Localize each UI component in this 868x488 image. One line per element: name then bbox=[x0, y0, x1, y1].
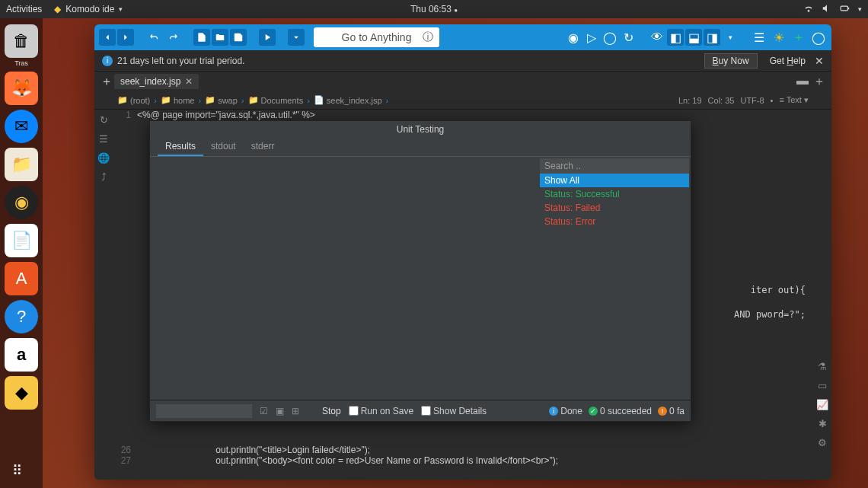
play-macro-icon[interactable]: ▷ bbox=[583, 29, 600, 46]
tab-add-icon[interactable]: ＋ bbox=[813, 74, 825, 90]
komodo-ide-window: Go to Anything ⓘ ◉ ▷ ◯ ↻ 👁 ◧ ⬓ ◨ ▾ ☰ ☀ ＋… bbox=[94, 24, 831, 480]
new-file-button[interactable] bbox=[193, 29, 210, 46]
add-icon[interactable]: ＋ bbox=[790, 29, 807, 46]
open-folder-button[interactable] bbox=[212, 29, 228, 46]
repeat-icon[interactable]: ↻ bbox=[620, 29, 637, 46]
unit-tab-stdout[interactable]: stdout bbox=[203, 138, 244, 156]
redo-button[interactable] bbox=[164, 29, 181, 46]
save-macro-icon[interactable]: ◯ bbox=[602, 29, 618, 46]
nav-forward-button[interactable] bbox=[117, 29, 134, 46]
line-status: Ln: 19 bbox=[678, 96, 702, 105]
volume-icon[interactable] bbox=[822, 3, 832, 16]
dock-files[interactable]: 📁 bbox=[5, 148, 38, 181]
sidebar-gear-icon[interactable]: ⚙ bbox=[818, 437, 827, 448]
dock-thunderbird[interactable]: ✉ bbox=[5, 110, 38, 143]
system-menu-icon[interactable]: ▾ bbox=[858, 5, 862, 13]
bc-documents[interactable]: 📁 Documents bbox=[248, 95, 304, 105]
sidebar-share-icon[interactable]: ⤴ bbox=[101, 171, 107, 183]
done-badge: iDone bbox=[549, 406, 582, 416]
filter-show-all[interactable]: Show All bbox=[540, 174, 689, 187]
right-sidebar: ⚗ ▭ 📈 ✱ ⚙ bbox=[813, 110, 831, 480]
bc-root[interactable]: 📁 (root) bbox=[117, 95, 150, 105]
unit-plus-icon[interactable]: ⊞ bbox=[292, 406, 299, 416]
code-editor[interactable]: 1<%@ page import="java.sql.*,java.util.*… bbox=[113, 110, 813, 480]
filter-failed[interactable]: Status: Failed bbox=[540, 201, 689, 215]
unit-stop-button[interactable]: Stop bbox=[322, 406, 341, 416]
left-sidebar: ↻ ☰ 🌐 ⤴ bbox=[94, 110, 113, 480]
ubuntu-dock: 🗑 Tras 🦊 ✉ 📁 ◉ 📄 A ? a ◆ ⠿ bbox=[0, 18, 43, 488]
unit-panel-title: Unit Testing bbox=[150, 121, 691, 138]
unit-minus-icon[interactable]: ▣ bbox=[276, 406, 284, 416]
pane-dropdown-icon[interactable]: ▾ bbox=[722, 29, 739, 46]
menu-icon[interactable]: ☰ bbox=[751, 29, 767, 46]
failed-badge: !0 fa bbox=[658, 406, 685, 416]
app-menu[interactable]: ◆ Komodo ide ▾ bbox=[54, 4, 123, 14]
dock-help[interactable]: ? bbox=[5, 300, 38, 333]
dock-trash[interactable]: 🗑 bbox=[5, 24, 38, 58]
undo-button[interactable] bbox=[146, 29, 163, 46]
wifi-icon[interactable] bbox=[803, 3, 814, 16]
dock-apps-grid[interactable]: ⠿ bbox=[12, 462, 22, 479]
clock[interactable]: Thu 06:53 ● bbox=[410, 4, 458, 14]
editor-main: ↻ ☰ 🌐 ⤴ 1<%@ page import="java.sql.*,jav… bbox=[94, 110, 831, 480]
code-fragment-1: iter out){ bbox=[751, 285, 806, 295]
unit-filter-sidebar: Search .. Show All Status: Successful St… bbox=[540, 158, 689, 398]
pane-bottom-icon[interactable]: ⬓ bbox=[685, 29, 702, 46]
circle-icon[interactable]: ◯ bbox=[810, 29, 827, 46]
pane-right-icon[interactable]: ◨ bbox=[704, 29, 720, 46]
info-icon: i bbox=[102, 56, 113, 66]
bc-swap[interactable]: 📁 swap bbox=[205, 95, 238, 105]
sidebar-list-icon[interactable]: ☰ bbox=[99, 133, 108, 145]
dock-amazon[interactable]: a bbox=[5, 338, 38, 372]
view-eye-icon[interactable]: 👁 bbox=[649, 29, 665, 46]
new-tab-button[interactable]: ＋ bbox=[99, 74, 114, 90]
encoding-status[interactable]: UTF-8 bbox=[740, 96, 764, 105]
dock-firefox[interactable]: 🦊 bbox=[5, 72, 38, 105]
sun-icon[interactable]: ☀ bbox=[771, 29, 787, 46]
sidebar-chart-icon[interactable]: 📈 bbox=[816, 399, 828, 410]
sidebar-box-icon[interactable]: ▭ bbox=[818, 380, 827, 391]
filter-error[interactable]: Status: Error bbox=[540, 215, 689, 228]
bc-home[interactable]: 📁 home bbox=[161, 95, 195, 105]
syntax-mode[interactable]: ≡ Text ▾ bbox=[779, 95, 809, 105]
save-button[interactable] bbox=[230, 29, 247, 46]
unit-tab-stderr[interactable]: stderr bbox=[244, 138, 282, 156]
activities-button[interactable]: Activities bbox=[6, 4, 42, 14]
editor-tab-bar: ＋ seek_index.jsp ✕ ▬ ＋ bbox=[94, 72, 831, 91]
trial-notification-bar: i 21 days left on your trial period. Buy… bbox=[94, 50, 831, 72]
get-help-link[interactable]: Get Help bbox=[770, 56, 806, 66]
show-details-checkbox[interactable]: Show Details bbox=[421, 406, 487, 416]
sidebar-star-icon[interactable]: ✱ bbox=[819, 418, 827, 429]
pane-left-icon[interactable]: ◧ bbox=[667, 29, 684, 46]
search-placeholder: Go to Anything bbox=[342, 31, 412, 43]
bc-file[interactable]: 📄 seek_index.jsp bbox=[314, 95, 382, 105]
unit-config-dropdown[interactable] bbox=[156, 404, 252, 418]
sidebar-globe-icon[interactable]: 🌐 bbox=[97, 152, 110, 164]
unit-search-input[interactable]: Search .. bbox=[540, 158, 689, 174]
dock-writer[interactable]: 📄 bbox=[5, 224, 38, 257]
code-fragment-2: AND pword=?"; bbox=[734, 309, 806, 320]
editor-tab[interactable]: seek_index.jsp ✕ bbox=[114, 74, 199, 89]
sidebar-refresh-icon[interactable]: ↻ bbox=[100, 114, 108, 126]
unit-tab-results[interactable]: Results bbox=[158, 138, 203, 156]
dock-software[interactable]: A bbox=[5, 262, 38, 295]
breadcrumb-bar: 📁 (root)› 📁 home› 📁 swap› 📁 Documents› 📄… bbox=[94, 91, 831, 110]
ubuntu-top-bar: Activities ◆ Komodo ide ▾ Thu 06:53 ● ▾ bbox=[0, 0, 868, 18]
go-to-anything-input[interactable]: Go to Anything ⓘ bbox=[314, 27, 439, 47]
record-macro-icon[interactable]: ◉ bbox=[565, 29, 582, 46]
dropdown-button[interactable] bbox=[288, 29, 305, 46]
dock-komodo[interactable]: ◆ bbox=[5, 376, 38, 410]
close-tab-icon[interactable]: ✕ bbox=[185, 76, 193, 87]
unit-checkbox-icon[interactable]: ☑ bbox=[260, 406, 268, 416]
sidebar-flask-icon[interactable]: ⚗ bbox=[818, 361, 827, 372]
run-on-save-checkbox[interactable]: Run on Save bbox=[349, 406, 413, 416]
col-status: Col: 35 bbox=[708, 96, 735, 105]
play-button[interactable] bbox=[259, 29, 276, 46]
battery-icon[interactable] bbox=[840, 3, 850, 16]
tab-list-icon[interactable]: ▬ bbox=[796, 74, 809, 90]
nav-back-button[interactable] bbox=[99, 29, 116, 46]
close-trial-icon[interactable]: ✕ bbox=[815, 55, 824, 67]
filter-successful[interactable]: Status: Successful bbox=[540, 187, 689, 201]
dock-clock[interactable]: ◉ bbox=[5, 186, 38, 219]
buy-now-button[interactable]: Buy Now bbox=[704, 53, 758, 69]
